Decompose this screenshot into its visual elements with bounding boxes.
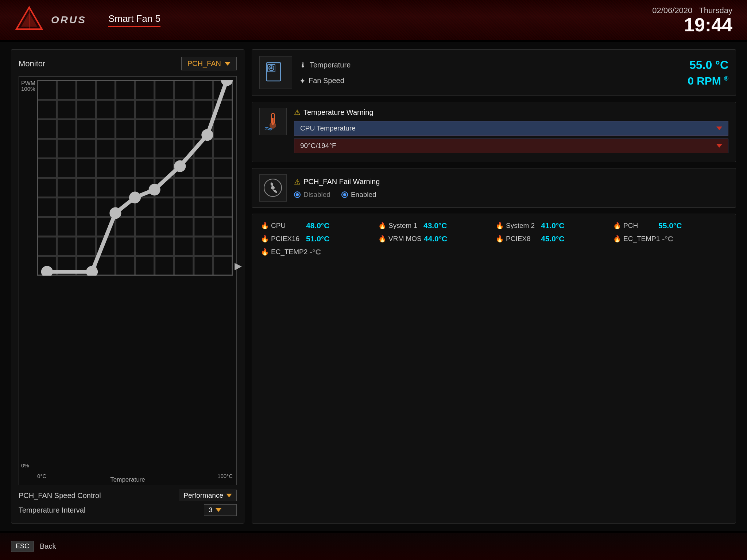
fan-icon [263, 178, 283, 198]
main-content: Monitor PCH_FAN PWM 100% 0% 0°C 100°C Te… [0, 42, 747, 531]
disabled-radio[interactable]: Disabled [294, 191, 330, 199]
temperature-label: 🌡 Temperature [299, 61, 351, 69]
performance-dropdown[interactable]: Performance [179, 490, 237, 501]
pciex8-label: PCIEX8 [506, 235, 539, 243]
temp-source-dropdown[interactable]: CPU Temperature [294, 121, 728, 136]
flame-icon-pciex8: 🔥 [496, 235, 504, 243]
list-item: 🔥 System 2 41.0°C [496, 221, 609, 230]
chart-y-min: 0% [21, 462, 29, 468]
interval-dropdown[interactable]: 3 [204, 504, 237, 516]
chart-x-min: 0°C [37, 473, 46, 479]
chart-y-max: 100% [21, 86, 35, 92]
list-item: 🔥 PCH 55.0°C [613, 221, 727, 230]
flame-icon-pch: 🔥 [613, 222, 621, 230]
fail-content: ⚠ PCH_FAN Fail Warning Disabled E [294, 178, 728, 199]
fail-fan-icon-box [259, 174, 287, 202]
disabled-label: Disabled [303, 191, 330, 199]
temp-threshold-dropdown[interactable]: 90°C/194°F [294, 139, 728, 153]
enabled-label: Enabled [351, 191, 376, 199]
list-item: 🔥 EC_TEMP1 -°C [613, 234, 727, 243]
flame-icon-cpu: 🔥 [261, 222, 269, 230]
interval-row: Temperature Interval 3 [19, 504, 237, 516]
list-item: 🔥 VRM MOS 44.0°C [378, 234, 492, 243]
svg-point-23 [87, 267, 97, 276]
pch-value: 55.0°C [658, 221, 682, 230]
aorus-logo-icon [15, 5, 44, 35]
temp-threshold-arrow-icon [716, 144, 722, 148]
bottom-bar: ESC Back [0, 533, 747, 560]
pch-fan-dropdown[interactable]: PCH_FAN [181, 57, 237, 70]
svg-point-33 [270, 67, 272, 69]
pciex16-label: PCIEX16 [271, 235, 304, 243]
list-item: 🔥 System 1 43.0°C [378, 221, 492, 230]
temp-grid: 🔥 CPU 48.0°C 🔥 System 1 43.0°C 🔥 System … [261, 221, 727, 256]
temp-fan-card: 🌡 Temperature 55.0 °C ✦ Fan Speed 0 RPM … [252, 49, 736, 96]
radio-row: Disabled Enabled [294, 191, 728, 199]
tab-title: Smart Fan 5 [108, 13, 160, 27]
svg-rect-40 [272, 118, 274, 125]
interval-dropdown-arrow-icon [216, 508, 221, 512]
temp-source-arrow-icon [716, 127, 722, 130]
cpu-label: CPU [271, 222, 304, 230]
list-item: 🔥 PCIEX16 51.0°C [261, 234, 375, 243]
svg-point-24 [111, 208, 120, 218]
right-panel: 🌡 Temperature 55.0 °C ✦ Fan Speed 0 RPM … [252, 49, 736, 524]
dropdown-arrow-icon [225, 62, 231, 66]
svg-point-25 [130, 192, 140, 202]
disabled-radio-circle [294, 191, 301, 198]
fail-warning-card: ⚠ PCH_FAN Fail Warning Disabled E [252, 168, 736, 208]
chart-container: PWM 100% 0% 0°C 100°C Temperature [19, 76, 237, 485]
flame-icon-ectemp2: 🔥 [261, 248, 269, 256]
flame-icon-vrmmos: 🔥 [378, 235, 386, 243]
datetime-area: 02/06/2020 Thursday 19:44 [652, 6, 732, 34]
speed-control-label: PCH_FAN Speed Control [19, 491, 101, 500]
vrmmos-label: VRM MOS [388, 235, 422, 243]
logo-text: ORUS [51, 14, 86, 26]
svg-point-22 [42, 267, 52, 276]
warning-content: ⚠ Temperature Warning CPU Temperature 90… [294, 108, 728, 156]
sys2-label: System 2 [506, 222, 539, 230]
speed-control-row: PCH_FAN Speed Control Performance [19, 490, 237, 501]
left-panel: Monitor PCH_FAN PWM 100% 0% 0°C 100°C Te… [11, 49, 244, 524]
pciex16-value: 51.0°C [306, 234, 329, 243]
fan-icon-box [259, 56, 292, 89]
list-item: 🔥 PCIEX8 45.0°C [496, 234, 609, 243]
monitor-header: Monitor PCH_FAN [19, 57, 237, 70]
logo-area: ORUS Smart Fan 5 [15, 5, 160, 35]
svg-point-42 [271, 186, 275, 190]
esc-key[interactable]: ESC [11, 541, 34, 552]
fan-speed-label: ✦ Fan Speed [299, 77, 344, 85]
enabled-radio[interactable]: Enabled [341, 191, 376, 199]
fan-curve-chart[interactable] [37, 80, 233, 276]
performance-dropdown-arrow-icon [226, 494, 232, 497]
computer-case-icon [265, 62, 287, 83]
svg-point-28 [202, 130, 212, 140]
flame-icon-pciex16: 🔥 [261, 235, 269, 243]
warning-title: ⚠ Temperature Warning [294, 108, 728, 117]
flame-icon-sys2: 🔥 [496, 222, 504, 230]
ectemp1-label: EC_TEMP1 [623, 235, 660, 243]
vrmmos-value: 44.0°C [424, 234, 447, 243]
cpu-value: 48.0°C [306, 221, 329, 230]
time-display: 19:44 [652, 15, 732, 34]
flame-icon-ectemp1: 🔥 [613, 235, 621, 243]
ectemp2-label: EC_TEMP2 [271, 248, 307, 256]
fan-speed-row: ✦ Fan Speed 0 RPM ® [299, 75, 728, 87]
svg-point-26 [150, 185, 159, 195]
temp-fan-row: 🌡 Temperature 55.0 °C ✦ Fan Speed 0 RPM … [259, 56, 728, 89]
fan-speed-value: 0 RPM ® [688, 75, 728, 87]
temp-grid-card: 🔥 CPU 48.0°C 🔥 System 1 43.0°C 🔥 System … [252, 214, 736, 524]
svg-point-27 [175, 161, 185, 171]
enabled-radio-circle [341, 191, 348, 198]
disabled-radio-dot [296, 193, 299, 196]
temp-warning-card: ⚠ Temperature Warning CPU Temperature 90… [252, 102, 736, 162]
warning-thermometer-icon-box [259, 108, 287, 135]
temperature-row: 🌡 Temperature 55.0 °C [299, 58, 728, 72]
controls-area: PCH_FAN Speed Control Performance Temper… [19, 490, 237, 516]
ectemp1-value: -°C [662, 234, 673, 243]
chart-x-max: 100°C [217, 473, 233, 479]
thermometer-icon [263, 112, 283, 132]
ectemp2-value: -°C [310, 248, 321, 256]
list-item: 🔥 CPU 48.0°C [261, 221, 375, 230]
warning-triangle-icon: ⚠ [294, 108, 301, 117]
